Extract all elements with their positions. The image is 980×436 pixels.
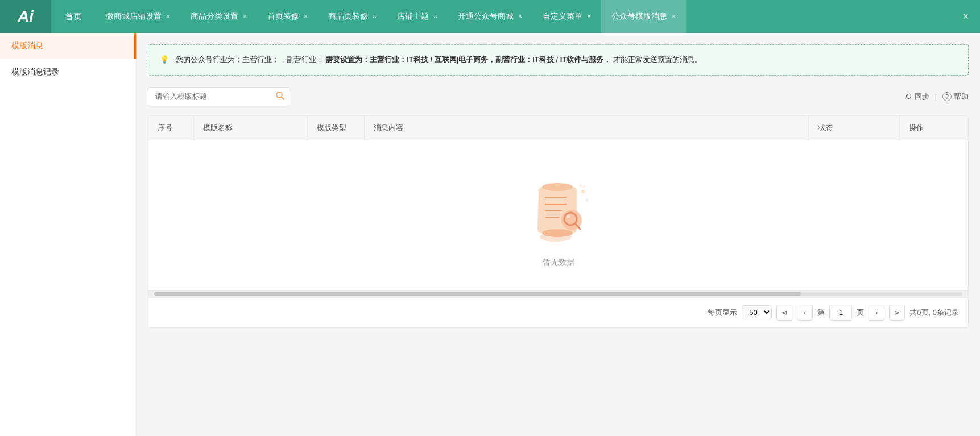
close-icon-category[interactable]: × bbox=[243, 13, 247, 20]
nav-tab-shop-setting-label: 微商城店铺设置 bbox=[106, 11, 162, 22]
search-button[interactable] bbox=[275, 91, 284, 102]
table-col-name: 模版名称 bbox=[194, 116, 308, 140]
close-icon-shop-theme[interactable]: × bbox=[433, 13, 437, 20]
first-page-button[interactable]: ⊲ bbox=[776, 305, 792, 321]
nav-tab-template-msg-label: 公众号模版消息 bbox=[611, 11, 667, 22]
page-number-input[interactable] bbox=[829, 305, 852, 321]
toolbar-right: ↻ 同步 | ? 帮助 bbox=[905, 92, 969, 102]
table-col-content: 消息内容 bbox=[365, 116, 809, 140]
nav-tab-open-mall-label: 开通公众号商城 bbox=[458, 11, 514, 22]
nav-tab-product-decor[interactable]: 商品页装修 × bbox=[318, 0, 387, 33]
svg-point-4 bbox=[542, 229, 573, 237]
nav-tab-custom-menu[interactable]: 自定义菜单 × bbox=[532, 0, 601, 33]
page-label-post: 页 bbox=[857, 308, 864, 318]
table-col-seq: 序号 bbox=[148, 116, 194, 140]
close-icon-home-decor[interactable]: × bbox=[304, 13, 308, 20]
sidebar-item-template-message[interactable]: 模版消息 bbox=[0, 33, 136, 59]
top-navbar: Ai 首页 微商城店铺设置 × 商品分类设置 × 首页装修 × 商品页装修 × … bbox=[0, 0, 980, 33]
nav-tab-category[interactable]: 商品分类设置 × bbox=[180, 0, 257, 33]
close-all-button[interactable]: × bbox=[951, 11, 980, 23]
nav-tab-shop-theme-label: 店铺主题 bbox=[397, 11, 429, 22]
content-area: 💡 您的公众号行业为：主营行业：，副营行业： 需要设置为：主营行业：IT科技 /… bbox=[137, 33, 980, 436]
sidebar: 模版消息 模版消息记录 bbox=[0, 33, 137, 436]
page-total: 共0页, 0条记录 bbox=[909, 308, 959, 318]
last-page-button[interactable]: ⊳ bbox=[889, 305, 905, 321]
page-size-select[interactable]: 50 bbox=[742, 305, 772, 319]
nav-tab-home[interactable]: 首页 bbox=[51, 0, 96, 33]
svg-point-13 bbox=[581, 190, 585, 193]
nav-tab-product-decor-label: 商品页装修 bbox=[328, 11, 368, 22]
page-size-label: 每页显示 bbox=[708, 308, 737, 318]
empty-state: 暂无数据 bbox=[148, 140, 968, 290]
svg-point-15 bbox=[580, 185, 582, 187]
close-icon-open-mall[interactable]: × bbox=[518, 13, 522, 20]
close-icon-shop-setting[interactable]: × bbox=[166, 13, 170, 20]
nav-tab-open-mall[interactable]: 开通公众号商城 × bbox=[448, 0, 532, 33]
nav-tab-home-label: 首页 bbox=[65, 11, 82, 22]
sync-label: 同步 bbox=[915, 92, 929, 102]
scrollbar-track bbox=[154, 292, 962, 296]
svg-point-12 bbox=[567, 215, 570, 218]
toolbar-divider: | bbox=[935, 92, 937, 101]
sync-button[interactable]: ↻ 同步 bbox=[905, 92, 929, 102]
svg-line-1 bbox=[282, 97, 284, 99]
pagination: 每页显示 50 ⊲ ‹ 第 页 › ⊳ 共0页, 0条记录 bbox=[148, 297, 968, 327]
svg-point-14 bbox=[586, 199, 588, 201]
table-header: 序号 模版名称 模版类型 消息内容 状态 操作 bbox=[148, 116, 968, 140]
svg-point-3 bbox=[542, 183, 573, 191]
notice-box: 💡 您的公众号行业为：主营行业：，副营行业： 需要设置为：主营行业：IT科技 /… bbox=[148, 44, 969, 76]
notice-text-highlight: 需要设置为：主营行业：IT科技 / 互联网|电子商务，副营行业：IT科技 / I… bbox=[325, 55, 611, 64]
notice-text-suffix: 才能正常发送预置的消息。 bbox=[613, 55, 702, 64]
empty-illustration bbox=[522, 175, 596, 248]
nav-tab-custom-menu-label: 自定义菜单 bbox=[543, 11, 582, 22]
svg-line-16 bbox=[583, 186, 585, 188]
empty-text: 暂无数据 bbox=[543, 258, 574, 268]
nav-tab-shop-setting[interactable]: 微商城店铺设置 × bbox=[96, 0, 180, 33]
sync-icon: ↻ bbox=[905, 92, 912, 102]
prev-page-button[interactable]: ‹ bbox=[797, 305, 813, 321]
nav-tab-category-label: 商品分类设置 bbox=[191, 11, 238, 22]
close-icon-custom-menu[interactable]: × bbox=[587, 13, 591, 20]
scrollbar-thumb[interactable] bbox=[154, 292, 801, 296]
horizontal-scrollbar[interactable] bbox=[148, 290, 968, 297]
search-bar: ↻ 同步 | ? 帮助 bbox=[148, 87, 969, 106]
help-button[interactable]: ? 帮助 bbox=[942, 92, 969, 102]
sidebar-item-template-message-label: 模版消息 bbox=[11, 41, 43, 50]
help-icon: ? bbox=[942, 92, 952, 101]
data-table: 序号 模版名称 模版类型 消息内容 状态 操作 bbox=[148, 115, 969, 328]
table-col-type: 模版类型 bbox=[308, 116, 365, 140]
sidebar-item-template-message-record[interactable]: 模版消息记录 bbox=[0, 59, 136, 85]
search-input-wrap bbox=[148, 87, 290, 106]
page-label-pre: 第 bbox=[817, 308, 825, 318]
next-page-button[interactable]: › bbox=[869, 305, 884, 321]
close-icon-product-decor[interactable]: × bbox=[373, 13, 377, 20]
logo-area: Ai bbox=[0, 0, 51, 33]
notice-text-prefix: 您的公众号行业为：主营行业：，副营行业： bbox=[176, 55, 324, 64]
nav-tab-home-decor-label: 首页装修 bbox=[267, 11, 299, 22]
help-label: 帮助 bbox=[954, 92, 969, 102]
search-input[interactable] bbox=[148, 87, 290, 106]
logo-text: Ai bbox=[18, 7, 34, 26]
main-layout: 模版消息 模版消息记录 💡 您的公众号行业为：主营行业：，副营行业： 需要设置为… bbox=[0, 33, 980, 436]
notice-bulb-icon: 💡 bbox=[160, 55, 169, 64]
table-col-action: 操作 bbox=[900, 116, 968, 140]
nav-tab-template-msg[interactable]: 公众号模版消息 × bbox=[601, 0, 686, 33]
nav-tab-home-decor[interactable]: 首页装修 × bbox=[257, 0, 318, 33]
nav-tab-shop-theme[interactable]: 店铺主题 × bbox=[387, 0, 448, 33]
close-icon-template-msg[interactable]: × bbox=[672, 13, 676, 20]
sidebar-item-template-message-record-label: 模版消息记录 bbox=[11, 67, 59, 76]
table-col-status: 状态 bbox=[809, 116, 900, 140]
